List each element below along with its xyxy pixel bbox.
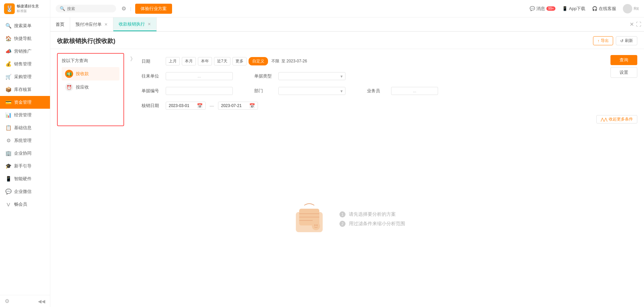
sidebar-item-vip[interactable]: V 畅会员 (0, 198, 50, 211)
date-filter-row: 日期 上月 本月 本年 近7天 更多 自定义 不限 至 2023-07-26 (142, 55, 602, 67)
wechat-icon: 💬 (5, 189, 11, 195)
offset-date-start[interactable]: 📅 (166, 102, 206, 110)
hardware-icon: 📱 (5, 176, 11, 182)
sidebar-item-label: 资金管理 (14, 99, 32, 105)
tab-close-all-icon[interactable]: ✕ (630, 21, 634, 28)
date-last-month-button[interactable]: 上月 (166, 57, 180, 65)
newbie-icon: 🎓 (5, 163, 11, 169)
svg-point-6 (314, 224, 316, 226)
sidebar-item-enterprise[interactable]: 🏢 企业协同 (0, 147, 50, 160)
offset-date-end[interactable]: 📅 (218, 102, 258, 110)
message-badge: 99+ (546, 6, 555, 11)
topbar-search-input[interactable] (67, 6, 111, 11)
collapse-more-label: 收起更多条件 (609, 116, 633, 122)
partner-label: 往来单位 (142, 73, 162, 79)
date-this-month-button[interactable]: 本月 (182, 57, 196, 65)
date-7days-button[interactable]: 近7天 (214, 57, 230, 65)
topbar-user[interactable]: Rit (623, 4, 639, 13)
refresh-button[interactable]: ↺ 刷新 (616, 36, 637, 45)
filter-item-by-receipt[interactable]: 💵 按收款 (62, 67, 119, 81)
sidebar-collapse-icon[interactable]: ◀◀ (38, 299, 45, 304)
operation-icon: 📊 (5, 112, 11, 118)
dept-select[interactable] (278, 87, 345, 95)
date-custom-button[interactable]: 自定义 (249, 57, 268, 65)
offset-date-start-cal-icon[interactable]: 📅 (197, 103, 203, 108)
logo-icon: 🐰 (4, 3, 15, 14)
sidebar-logo: 🐰 畅捷通好生意 标准版 (0, 0, 50, 17)
sidebar-item-purchase[interactable]: 🛒 采购管理 (0, 70, 50, 83)
collapse-more-button[interactable]: ⋀⋀ 收起更多条件 (596, 115, 637, 123)
sidebar-item-marketing[interactable]: 📣 营销推广 (0, 45, 50, 58)
topbar-message[interactable]: 💬 消息 99+ (530, 6, 555, 12)
offset-date-end-cal-icon[interactable]: 📅 (249, 103, 255, 108)
setting-button[interactable]: 设置 (610, 67, 637, 78)
date-more-button[interactable]: 更多 (232, 57, 247, 65)
filter-title: 按以下方查询 (62, 58, 119, 64)
sidebar-item-inventory[interactable]: 📦 库存核算 (0, 83, 50, 96)
tab-prepay-close-icon[interactable]: ✕ (104, 22, 108, 27)
partner-doctype-row: 往来单位 ... 单据类型 ▾ (142, 70, 602, 82)
date-separator: 不限 (271, 58, 279, 64)
offset-date-end-input[interactable] (221, 103, 248, 108)
tab-home[interactable]: 首页 (50, 17, 70, 31)
tab-receipt-offset[interactable]: 收款核销执行 ✕ (113, 17, 157, 31)
offset-date-start-input[interactable] (169, 103, 196, 108)
marketing-icon: 📣 (5, 48, 11, 54)
finance-icon: 💳 (5, 99, 11, 105)
partner-input[interactable]: ... (166, 72, 233, 80)
salesperson-input[interactable]: ... (391, 87, 438, 95)
sidebar-item-hardware[interactable]: 📱 智能硬件 (0, 172, 50, 185)
filter-item-by-receivable[interactable]: ⏰ 按应收 (62, 81, 119, 94)
query-actions: 查询 设置 (610, 55, 637, 78)
sidebar-item-label: 销售管理 (14, 61, 32, 67)
industry-solution-button[interactable]: 体验行业方案 (135, 4, 172, 14)
by-receipt-icon: 💵 (65, 70, 73, 78)
topbar-online-service[interactable]: 🎧 在线客服 (592, 6, 616, 12)
tab-receipt-close-icon[interactable]: ✕ (148, 22, 151, 27)
sidebar-item-operation[interactable]: 📊 经营管理 (0, 109, 50, 121)
sidebar-item-search-menu[interactable]: 🔍 搜索菜单 (0, 19, 50, 32)
sidebar-item-label: 快捷导航 (14, 36, 32, 42)
sidebar-item-label: 库存核算 (14, 87, 32, 93)
topbar-right: 💬 消息 99+ 📱 App下载 🎧 在线客服 Rit (530, 4, 639, 13)
tab-prepay-order[interactable]: 预付冲应付单 ✕ (70, 17, 113, 31)
sidebar-item-basic-info[interactable]: 📋 基础信息 (0, 121, 50, 134)
sidebar-item-quick-nav[interactable]: 🏠 快捷导航 (0, 32, 50, 45)
collapse-more-icon: ⋀⋀ (601, 117, 607, 122)
app-download-label: App下载 (569, 6, 585, 12)
refresh-icon: ↺ (620, 39, 624, 43)
sidebar-item-newbie[interactable]: 🎓 新手引导 (0, 160, 50, 172)
topbar-app-download[interactable]: 📱 App下载 (562, 6, 585, 12)
sidebar-item-sales[interactable]: 💰 销售管理 (0, 58, 50, 70)
tab-receipt-label: 收款核销执行 (119, 21, 145, 27)
date-this-year-button[interactable]: 本年 (198, 57, 212, 65)
sidebar-item-finance[interactable]: 💳 资金管理 (0, 96, 50, 109)
logo-text-block: 畅捷通好生意 标准版 (17, 4, 39, 13)
export-label: 导出 (601, 38, 609, 44)
export-button[interactable]: ↑ 导出 (593, 36, 613, 45)
doc-num-input[interactable] (166, 87, 233, 95)
dept-label: 部门 (254, 88, 274, 94)
doc-type-select[interactable] (278, 72, 345, 80)
date-filter-buttons: 上月 本月 本年 近7天 更多 自定义 不限 至 2023-07-26 (166, 57, 307, 65)
sidebar-item-label: 经营管理 (14, 112, 32, 118)
salesperson-label: 业务员 (367, 88, 387, 94)
sidebar-item-system[interactable]: ⚙ 系统管理 (0, 134, 50, 147)
sidebar-item-label: 采购管理 (14, 74, 32, 80)
panel-collapse-button[interactable]: 》 (129, 53, 136, 63)
user-avatar (623, 4, 632, 13)
sidebar-settings-icon[interactable]: ⚙ (5, 298, 9, 304)
svg-point-7 (316, 224, 318, 226)
empty-hints: 1 请先选择要分析的方案 2 用过滤条件来缩小分析范围 (339, 209, 405, 228)
vip-icon: V (5, 202, 11, 207)
sidebar-item-label: 营销推广 (14, 48, 32, 54)
sidebar: 🐰 畅捷通好生意 标准版 🔍 搜索菜单 🏠 快捷导航 📣 营销推广 💰 销售管理… (0, 0, 50, 307)
topbar-search-box[interactable]: 🔍 (56, 5, 116, 12)
message-icon: 💬 (530, 6, 535, 11)
topbar-gear-icon[interactable]: ⚙ (121, 5, 126, 12)
sidebar-item-label: 畅会员 (14, 201, 27, 207)
query-button[interactable]: 查询 (610, 55, 637, 65)
tab-expand-icon[interactable]: ⛶ (636, 21, 641, 28)
page-title: 收款核销执行(按收款) (57, 37, 115, 45)
sidebar-item-wechat[interactable]: 💬 企业微信 (0, 185, 50, 198)
